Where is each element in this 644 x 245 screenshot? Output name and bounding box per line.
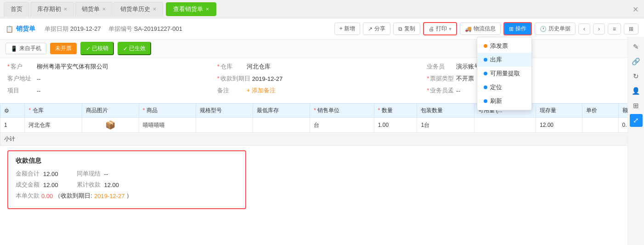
- tab-view-sales-label: 查看销货单: [173, 5, 203, 13]
- dropdown-available-qty[interactable]: 可用量提取: [477, 67, 531, 80]
- tab-view-sales[interactable]: 查看销货单 ×: [166, 2, 216, 16]
- tab-view-sales-close[interactable]: ×: [206, 6, 209, 12]
- row-index: 1: [0, 118, 25, 133]
- view-grid-button[interactable]: ⊞: [624, 23, 638, 34]
- warehouse-field: 仓库 河北仓库: [217, 63, 427, 71]
- transaction-amount-label: 成交金额: [16, 181, 40, 189]
- dropdown-locate[interactable]: 定位: [477, 80, 531, 94]
- table-header-row: ⚙ 仓库 商品图片 商品 规格型号 最低库存 销售单位 数量 包装数量 可用量 …: [0, 104, 644, 118]
- row-pack-qty: 1台: [417, 118, 474, 133]
- effective-button[interactable]: ✓ 已生效: [118, 42, 151, 55]
- note-add-button[interactable]: + 添加备注: [247, 86, 276, 95]
- row-qty: 1.00: [374, 118, 417, 133]
- edit-icon: ✎: [633, 43, 639, 51]
- user-icon-btn[interactable]: 👤: [630, 85, 643, 97]
- same-order-value: --: [104, 171, 108, 177]
- tab-sales-history[interactable]: 销货单历史 ×: [113, 2, 163, 17]
- row-sales-unit: 台: [310, 118, 374, 133]
- print-dropdown-arrow: ▾: [449, 26, 452, 32]
- warehouse-label: 仓库: [217, 63, 245, 71]
- nav-next-button[interactable]: ›: [593, 23, 605, 34]
- out-stock-label: 出库: [490, 56, 502, 64]
- tab-home[interactable]: 首页: [4, 2, 29, 17]
- from-mobile-label: 来自手机: [19, 45, 41, 52]
- nav-prev-button[interactable]: ‹: [578, 23, 590, 34]
- operations-button[interactable]: ⊞ 操作: [503, 22, 532, 35]
- table-icon-btn[interactable]: ⊞: [630, 99, 643, 112]
- salesperson-value: --: [456, 87, 460, 94]
- dropdown-add-invoice[interactable]: 添发票: [477, 39, 531, 53]
- ticket-type-label: 票据类型: [427, 74, 454, 83]
- tab-sales-history-close[interactable]: ×: [153, 6, 156, 12]
- form-area: 客户 柳州粤港平安气体有限公司 仓库 河北仓库 业务员 演示账号 客户地址 --: [0, 58, 644, 103]
- warehouse-value: 河北仓库: [247, 63, 271, 71]
- col-sales-unit: 销售单位: [310, 104, 374, 118]
- refresh-icon-btn[interactable]: ↻: [630, 70, 643, 83]
- share-button[interactable]: ↗ 分享: [363, 23, 390, 35]
- new-button[interactable]: + 新增: [334, 23, 360, 35]
- cumulative-payment-value: 12.00: [104, 182, 119, 188]
- window-close-button[interactable]: ✕: [633, 5, 638, 13]
- tab-inventory-init[interactable]: 库存期初 ×: [30, 2, 74, 17]
- expand-icon-btn[interactable]: ⤢: [630, 114, 643, 127]
- tab-inventory-init-close[interactable]: ×: [64, 6, 67, 12]
- row-product: 嘻嘻嘻嘻: [139, 118, 196, 133]
- same-order-field: 同单现结 --: [77, 170, 108, 178]
- project-field: 项目 --: [7, 86, 217, 95]
- tab-home-label: 首页: [11, 5, 23, 13]
- operations-wrapper: ⊞ 操作 添发票 出库: [503, 22, 532, 35]
- edit-icon-btn[interactable]: ✎: [630, 40, 643, 53]
- copy-icon: ⧉: [398, 26, 402, 32]
- effective-icon: ✓: [123, 46, 128, 52]
- payment-date-field: 收款到期日 2019-12-27: [217, 74, 427, 83]
- operations-icon: ⊞: [509, 26, 514, 32]
- history-label: 历史单据: [548, 25, 571, 33]
- doc-number-field: 单据编号 SA-20191227-001: [108, 25, 183, 33]
- total-amount-value: 12.00: [43, 171, 58, 177]
- form-row-3: 项目 -- 备注 + 添加备注 业务员孟 --: [7, 86, 637, 95]
- available-qty-dot: [484, 72, 487, 75]
- dropdown-refresh[interactable]: 刷新: [477, 94, 531, 108]
- cumulative-payment-field: 累计收款 12.00: [77, 181, 119, 189]
- refresh-icon: ↻: [633, 72, 639, 80]
- logistics-label: 物流信息: [474, 25, 496, 33]
- col-qty: 数量: [374, 104, 417, 118]
- transaction-amount-field: 成交金额 12.00: [16, 181, 58, 189]
- sub-toolbar: 📱 来自手机 未开票 ✓ 已核销 ✓ 已生效: [0, 40, 644, 58]
- add-invoice-label: 添发票: [490, 42, 508, 50]
- from-mobile-button[interactable]: 📱 来自手机: [6, 43, 46, 54]
- payment-info-box: 收款信息 金额合计 12.00 同单现结 -- 成交金额 12.00 累计收款: [7, 150, 246, 209]
- row-spec: [196, 118, 253, 133]
- user-icon: 👤: [632, 87, 640, 95]
- dropdown-out-stock[interactable]: 出库: [477, 53, 531, 67]
- balance-note: （收款到期日:: [55, 192, 92, 200]
- row-available: [474, 118, 536, 133]
- link-icon-btn[interactable]: 🔗: [630, 55, 643, 68]
- address-value: --: [37, 75, 41, 82]
- staff-label: 业务员: [427, 63, 454, 71]
- total-amount-label: 金额合计: [16, 170, 40, 178]
- doc-date-value: 2019-12-27: [70, 25, 101, 32]
- history-button[interactable]: 🕐 历史单据: [535, 23, 576, 35]
- copy-button[interactable]: ⧉ 复制: [393, 23, 420, 35]
- col-product: 商品: [139, 104, 196, 118]
- note-field: 备注 + 添加备注: [217, 86, 427, 95]
- tab-sales-order-close[interactable]: ×: [102, 6, 106, 12]
- row-min-stock: [253, 118, 310, 133]
- col-warehouse: 仓库: [25, 104, 82, 118]
- same-order-label: 同单现结: [77, 170, 101, 178]
- ticket-type-value: 不开票: [456, 74, 474, 83]
- doc-number-value: SA-20191227-001: [134, 25, 183, 32]
- row-stock-qty: 12.00: [536, 118, 582, 133]
- history-icon: 🕐: [540, 26, 547, 32]
- not-open-button[interactable]: 未开票: [50, 43, 77, 54]
- print-button[interactable]: 🖨 打印 ▾: [423, 22, 457, 35]
- balance-label: 本单欠款: [16, 192, 40, 200]
- view-list-button[interactable]: ≡: [608, 23, 621, 34]
- link-icon: 🔗: [632, 57, 640, 66]
- product-image-icon: 📦: [105, 120, 115, 130]
- logistics-button[interactable]: 🚚 物流信息: [460, 23, 501, 35]
- operations-dropdown: 添发票 出库 可用量提取 定位: [477, 37, 532, 110]
- confirm-button[interactable]: ✓ 已核销: [80, 42, 114, 55]
- tab-sales-order[interactable]: 销货单 ×: [75, 2, 113, 17]
